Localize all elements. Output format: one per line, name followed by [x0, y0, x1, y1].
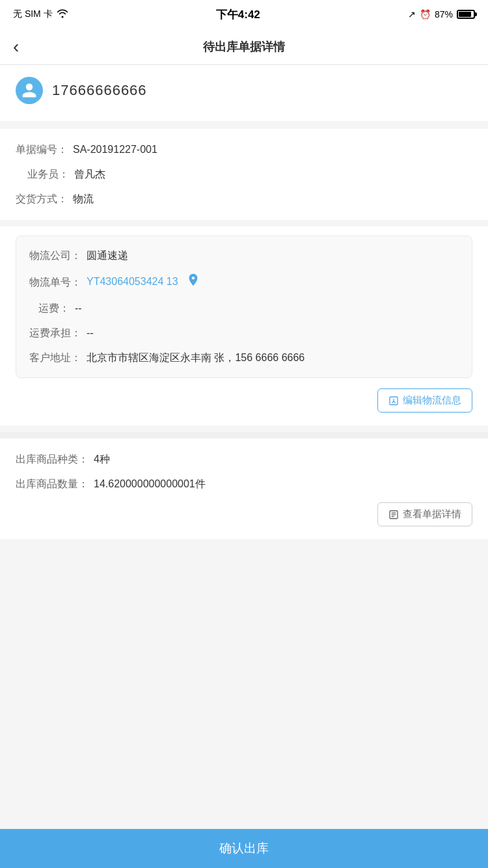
alarm-icon: ⏰ — [420, 9, 431, 20]
freight-bear-value: -- — [87, 325, 459, 341]
back-button[interactable]: ‹ — [13, 31, 24, 62]
delivery-label: 交货方式： — [16, 191, 73, 207]
doc-num-value: SA-20191227-001 — [73, 142, 472, 157]
page-title: 待出库单据详情 — [203, 39, 285, 55]
order-info-section: 单据编号： SA-20191227-001 业务员： 曾凡杰 交货方式： 物流 — [0, 129, 488, 220]
edit-btn-row: 编辑物流信息 — [16, 388, 472, 413]
staff-label: 业务员： — [16, 167, 74, 182]
edit-logistics-label: 编辑物流信息 — [403, 394, 461, 407]
location-icon: ↗ — [408, 9, 416, 20]
logistics-section: 物流公司： 圆通速递 物流单号： YT43064053424 13 运费： --… — [0, 226, 488, 426]
doc-num-row: 单据编号： SA-20191227-001 — [16, 142, 472, 157]
stock-qty-row: 出库商品数量： 14.620000000000001件 — [16, 476, 472, 492]
logistics-card: 物流公司： 圆通速递 物流单号： YT43064053424 13 运费： --… — [16, 236, 472, 378]
freight-label: 运费： — [29, 301, 75, 316]
tracking-value: YT43064053424 13 — [87, 273, 459, 292]
section-separator — [0, 432, 488, 439]
avatar — [16, 77, 43, 104]
staff-value: 曾凡杰 — [74, 167, 472, 182]
delivery-row: 交货方式： 物流 — [16, 191, 472, 207]
staff-row: 业务员： 曾凡杰 — [16, 167, 472, 182]
freight-value: -- — [75, 301, 459, 316]
company-value: 圆通速递 — [87, 248, 459, 264]
status-bar: 无 SIM 卡 下午4:42 ↗ ⏰ 87% — [0, 0, 488, 29]
tracking-label: 物流单号： — [29, 275, 87, 290]
battery-icon — [457, 10, 475, 19]
dashed-divider — [0, 116, 488, 121]
address-row: 客户地址： 北京市市辖区海淀区永丰南 张，156 6666 6666 — [29, 350, 459, 366]
nav-bar: ‹ 待出库单据详情 — [0, 29, 488, 65]
stock-type-label: 出库商品种类： — [16, 452, 94, 467]
phone-number: 17666666666 — [52, 82, 147, 99]
status-time: 下午4:42 — [216, 7, 260, 22]
wifi-icon — [57, 9, 68, 20]
bottom-spacer — [0, 546, 488, 663]
company-label: 物流公司： — [29, 248, 87, 264]
edit-logistics-button[interactable]: 编辑物流信息 — [377, 388, 472, 413]
stock-info-section: 出库商品种类： 4种 出库商品数量： 14.620000000000001件 查… — [0, 439, 488, 539]
freight-row: 运费： -- — [29, 301, 459, 316]
doc-num-label: 单据编号： — [16, 142, 73, 157]
tracking-row: 物流单号： YT43064053424 13 — [29, 273, 459, 292]
battery-percent: 87% — [435, 9, 453, 20]
freight-bear-label: 运费承担： — [29, 325, 87, 341]
status-left: 无 SIM 卡 — [13, 8, 68, 20]
confirm-label: 确认出库 — [219, 840, 269, 857]
stock-type-row: 出库商品种类： 4种 — [16, 452, 472, 467]
status-right: ↗ ⏰ 87% — [408, 9, 475, 20]
phone-header: 17666666666 — [0, 65, 488, 116]
delivery-value: 物流 — [73, 191, 472, 207]
stock-qty-value: 14.620000000000001件 — [94, 476, 472, 492]
company-row: 物流公司： 圆通速递 — [29, 248, 459, 264]
view-details-label: 查看单据详情 — [403, 508, 461, 521]
view-btn-row: 查看单据详情 — [16, 502, 472, 526]
map-pin-icon[interactable] — [186, 273, 200, 292]
stock-qty-label: 出库商品数量： — [16, 476, 94, 492]
no-sim-text: 无 SIM 卡 — [13, 8, 53, 20]
address-value: 北京市市辖区海淀区永丰南 张，156 6666 6666 — [87, 350, 459, 366]
stock-type-value: 4种 — [94, 452, 472, 467]
confirm-button[interactable]: 确认出库 — [0, 829, 488, 868]
address-label: 客户地址： — [29, 350, 87, 366]
freight-bear-row: 运费承担： -- — [29, 325, 459, 341]
view-details-button[interactable]: 查看单据详情 — [377, 502, 472, 526]
